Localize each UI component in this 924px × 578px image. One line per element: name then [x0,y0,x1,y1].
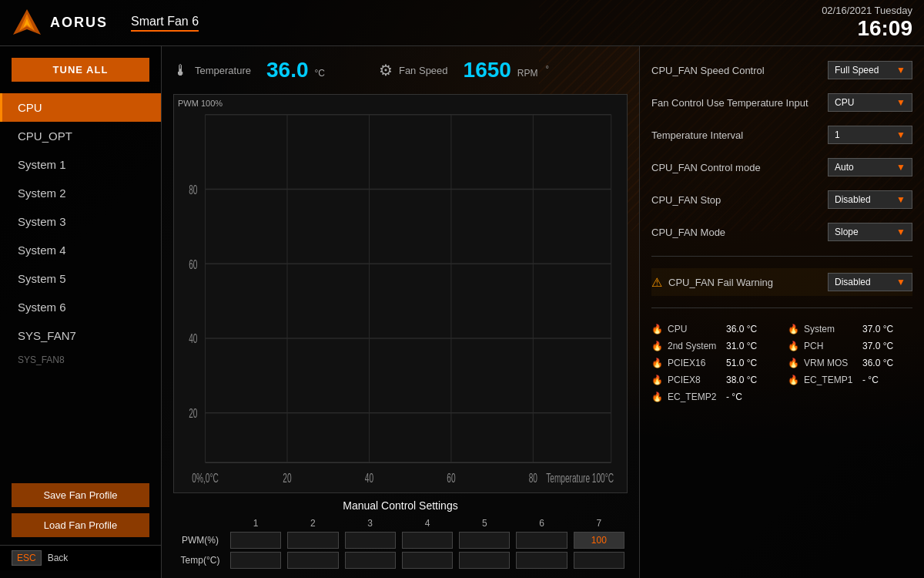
temp-row: Temp(°C) [173,550,628,570]
sidebar-item-system2[interactable]: System 2 [0,179,161,207]
sensor-pch-icon: 🔥 [788,341,799,351]
main-content: AORUS Smart Fan 6 02/16/2021 Tuesday 16:… [0,0,924,578]
pwm-input-3[interactable] [342,530,399,550]
sensor-system: 🔥 System 37.0 °C [788,324,912,334]
sidebar-item-system4[interactable]: System 4 [0,236,161,264]
pwm-input-2[interactable] [284,530,341,550]
header-datetime: 02/16/2021 Tuesday 16:09 [822,5,912,41]
temperature-stat: 🌡 Temperature [173,62,251,79]
save-fan-profile-button[interactable]: Save Fan Profile [12,483,149,507]
fail-warning-arrow: ▼ [896,277,906,287]
sensor-2nd-system-icon: 🔥 [651,341,663,351]
control-mode-value: Auto [835,162,854,173]
fail-warning-row: ⚠ CPU_FAN Fail Warning Disabled ▼ [651,268,912,296]
esc-bar: ESC Back [0,545,161,570]
temp-interval-value: 1 [835,129,840,140]
pwm-input-5[interactable] [456,530,513,550]
fan-speed-control-select[interactable]: Full Speed ▼ [828,61,912,79]
manual-settings: Manual Control Settings 1 2 3 4 5 6 7 [173,499,628,570]
temp-input-5[interactable] [456,550,513,570]
sidebar-item-system3[interactable]: System 3 [0,207,161,236]
sidebar-item-system1[interactable]: System 1 [0,150,161,179]
load-fan-profile-button[interactable]: Load Fan Profile [12,513,149,537]
temperature-icon: 🌡 [173,62,189,79]
fan-mode-arrow: ▼ [896,227,906,237]
sidebar-item-system5[interactable]: System 5 [0,264,161,293]
esc-key[interactable]: ESC [12,550,42,566]
sensor-ec-temp1: 🔥 EC_TEMP1 - °C [788,375,912,385]
back-label: Back [48,553,69,563]
sidebar-item-system6[interactable]: System 6 [0,293,161,321]
sidebar-item-sys-fan7[interactable]: SYS_FAN7 [0,321,161,350]
fan-stop-label: CPU_FAN Stop [651,194,828,206]
sensor-2nd-system-value: 31.0 °C [726,341,757,351]
fail-warning-label: ⚠ CPU_FAN Fail Warning [651,275,773,290]
header-time: 16:09 [822,16,912,41]
sensor-vrm-name: VRM MOS [804,358,858,368]
table-col-1: 1 [227,516,284,530]
svg-text:Temperature 100°C: Temperature 100°C [546,472,614,486]
body-layout: TUNE ALL CPU CPU_OPT System 1 System 2 S… [0,46,924,578]
fail-warning-value: Disabled [835,277,871,287]
warning-icon: ⚠ [651,275,662,290]
sensor-pch: 🔥 PCH 37.0 °C [788,341,912,351]
fan-mode-select[interactable]: Slope ▼ [828,223,912,241]
fan-curve-chart[interactable]: PWM 100% 80 [173,94,628,493]
pwm-input-6[interactable] [513,530,570,550]
panel-divider-1 [651,256,912,257]
pwm-row: PWM(%) [173,530,628,550]
tune-all-button[interactable]: TUNE ALL [12,58,149,82]
temp-interval-arrow: ▼ [896,129,906,140]
sidebar-item-cpu[interactable]: CPU [0,93,161,122]
sensor-pciex16-icon: 🔥 [651,358,663,368]
temp-input-1[interactable] [227,550,284,570]
temp-input-6[interactable] [513,550,570,570]
fan-stop-value: Disabled [835,194,871,205]
sensor-vrm-mos: 🔥 VRM MOS 36.0 °C [788,358,912,368]
fan-speed-label: Fan Speed [399,65,448,76]
table-col-6: 6 [513,516,570,530]
svg-text:40: 40 [365,472,373,486]
manual-settings-title: Manual Control Settings [173,499,628,512]
sensor-ec-temp1-name: EC_TEMP1 [804,375,858,385]
fan-mode-row: CPU_FAN Mode Slope ▼ [651,220,912,244]
control-mode-label: CPU_FAN Control mode [651,162,828,173]
fail-warning-select[interactable]: Disabled ▼ [828,273,912,291]
sensor-pciex8-value: 38.0 °C [726,375,757,385]
sensor-pciex16-name: PCIEX16 [668,358,721,368]
pwm-input-1[interactable] [227,530,284,550]
temp-input-2[interactable] [284,550,341,570]
temp-input-7[interactable] [571,550,628,570]
temp-input-control-select[interactable]: CPU ▼ [828,93,912,112]
temp-input-control-label: Fan Control Use Temperature Input [651,97,828,109]
header: AORUS Smart Fan 6 02/16/2021 Tuesday 16:… [0,0,924,46]
temp-input-4[interactable] [399,550,456,570]
control-mode-select[interactable]: Auto ▼ [828,158,912,176]
temp-input-3[interactable] [342,550,399,570]
fan-stop-select[interactable]: Disabled ▼ [828,190,912,209]
sidebar-item-cpu-opt[interactable]: CPU_OPT [0,122,161,150]
table-col-4: 4 [399,516,456,530]
temp-interval-select[interactable]: 1 ▼ [828,126,912,144]
temperature-value: 36.0 [266,58,309,82]
svg-text:0%,0°C: 0%,0°C [192,472,219,486]
fan-stop-arrow: ▼ [896,194,906,205]
svg-text:20: 20 [283,472,291,486]
chart-svg: 80 60 40 20 0%,0°C 20 40 60 80 Temperatu… [174,95,627,492]
sensor-2nd-system: 🔥 2nd System 31.0 °C [651,341,776,351]
sidebar: TUNE ALL CPU CPU_OPT System 1 System 2 S… [0,46,162,578]
sensor-pch-value: 37.0 °C [862,341,893,351]
sidebar-item-sys-fan8[interactable]: SYS_FAN8 [0,350,161,370]
sensor-pciex16-value: 51.0 °C [726,358,757,368]
pwm-input-4[interactable] [399,530,456,550]
svg-text:40: 40 [189,332,197,346]
sensor-cpu-icon: 🔥 [651,324,663,334]
svg-text:60: 60 [447,472,455,486]
rpm-circle: ° [546,64,549,73]
pwm-input-7[interactable] [571,530,628,550]
sidebar-bottom: Save Fan Profile Load Fan Profile [0,476,161,545]
fan-speed-control-label: CPU_FAN Speed Control [651,65,828,76]
temperature-value-item: 36.0 °C [266,58,325,82]
logo-text: AORUS [50,15,108,31]
sensor-cpu: 🔥 CPU 36.0 °C [651,324,776,334]
